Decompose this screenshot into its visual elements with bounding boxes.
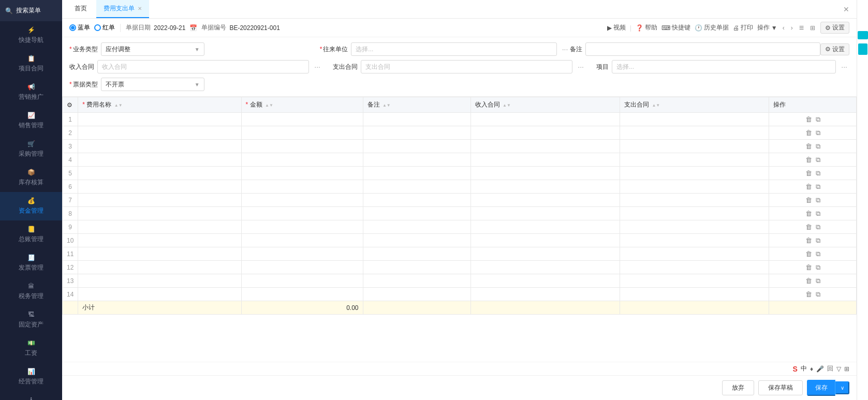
business-type-input[interactable]: 应付调整 ▼ [101, 42, 204, 56]
tab-expense-close[interactable]: ✕ [138, 6, 142, 11]
project-more[interactable]: ··· [839, 63, 849, 71]
row-amount[interactable] [241, 274, 363, 288]
delete-icon[interactable]: 🗑 [805, 290, 812, 298]
delete-icon[interactable]: 🗑 [805, 129, 812, 137]
delete-icon[interactable]: 🗑 [805, 196, 812, 204]
row-amount[interactable] [241, 247, 363, 261]
save-dropdown-button[interactable]: ∨ [835, 381, 849, 394]
window-close-btn[interactable]: ✕ [841, 4, 851, 14]
row-expense-contract[interactable] [620, 167, 769, 180]
copy-icon[interactable]: ⧉ [816, 183, 820, 190]
row-amount[interactable] [241, 220, 363, 234]
sidebar-item-sales[interactable]: 📈 销售管理 [0, 107, 62, 135]
project-input[interactable]: 选择... [612, 60, 836, 73]
partner-more-btn[interactable]: ··· [560, 45, 570, 53]
print-action[interactable]: 🖨 打印 [733, 23, 753, 32]
invoice-type-input[interactable]: 不开票 ▼ [101, 78, 204, 91]
row-expense-contract[interactable] [620, 261, 769, 274]
row-income-contract[interactable] [470, 167, 620, 180]
video-action[interactable]: ▶ 视频 [607, 23, 626, 32]
row-expense-contract[interactable] [620, 234, 769, 247]
th-expense-name[interactable]: * 费用名称 ▲▼ [78, 97, 241, 113]
row-expense-contract[interactable] [620, 113, 769, 126]
row-expense-contract[interactable] [620, 140, 769, 153]
row-expense-name[interactable] [78, 274, 241, 288]
delete-icon[interactable]: 🗑 [805, 236, 812, 244]
grid-view-icon[interactable]: ⊞ [810, 24, 815, 32]
row-remark[interactable] [363, 288, 470, 301]
row-expense-contract[interactable] [620, 194, 769, 207]
settings-button[interactable]: ⚙ 设置 [820, 22, 849, 34]
brand-diamond[interactable]: ♦ [810, 365, 813, 373]
copy-icon[interactable]: ⧉ [816, 156, 820, 164]
sidebar-item-marketing[interactable]: 📢 营销推广 [0, 78, 62, 107]
row-expense-contract[interactable] [620, 247, 769, 261]
sidebar-item-inventory[interactable]: 📦 库存核算 [0, 164, 62, 192]
nav-prev-icon[interactable]: ‹ [783, 24, 785, 32]
sidebar-item-purchase[interactable]: 🛒 采购管理 [0, 135, 62, 164]
brand-down[interactable]: ▽ [836, 365, 841, 373]
row-expense-contract[interactable] [620, 274, 769, 288]
copy-icon[interactable]: ⧉ [816, 129, 820, 137]
sidebar-item-payroll[interactable]: 💵 工资 [0, 334, 62, 363]
th-income-contract[interactable]: 收入合同 ▲▼ [470, 97, 620, 113]
partner-input[interactable]: 选择... [351, 42, 556, 56]
save-button[interactable]: 保存 [807, 380, 835, 396]
row-remark[interactable] [363, 207, 470, 220]
row-amount[interactable] [241, 288, 363, 301]
copy-icon[interactable]: ⧉ [816, 263, 820, 271]
copy-icon[interactable]: ⧉ [816, 236, 820, 244]
row-expense-name[interactable] [78, 234, 241, 247]
delete-icon[interactable]: 🗑 [805, 250, 812, 258]
save-draft-button[interactable]: 保存草稿 [758, 380, 803, 395]
operations-action[interactable]: 操作 ▼ [757, 23, 777, 32]
row-expense-name[interactable] [78, 220, 241, 234]
copy-icon[interactable]: ⧉ [816, 210, 820, 217]
right-tab-attach[interactable]: 附件 [858, 31, 868, 39]
row-income-contract[interactable] [470, 274, 620, 288]
sidebar-item-fund[interactable]: 💰 资金管理 [0, 192, 62, 220]
expense-contract-input[interactable]: 支出合同 [361, 60, 572, 73]
history-action[interactable]: 🕐 历史单据 [695, 23, 729, 32]
delete-icon[interactable]: 🗑 [805, 169, 812, 177]
delete-icon[interactable]: 🗑 [805, 115, 812, 123]
copy-icon[interactable]: ⧉ [816, 277, 820, 285]
row-expense-contract[interactable] [620, 180, 769, 194]
sidebar-item-project-contract[interactable]: 📋 项目合同 [0, 50, 62, 78]
radio-red[interactable]: 红单 [94, 23, 115, 32]
row-amount[interactable] [241, 207, 363, 220]
sidebar-item-fixed-assets[interactable]: 🏗 固定资产 [0, 306, 62, 334]
copy-icon[interactable]: ⧉ [816, 142, 820, 150]
delete-icon[interactable]: 🗑 [805, 183, 812, 190]
row-expense-name[interactable] [78, 194, 241, 207]
brand-mic[interactable]: 🎤 [816, 365, 824, 373]
row-income-contract[interactable] [470, 126, 620, 140]
row-amount[interactable] [241, 234, 363, 247]
row-expense-contract[interactable] [620, 220, 769, 234]
delete-icon[interactable]: 🗑 [805, 223, 812, 231]
help-action[interactable]: ❓ 帮助 [636, 23, 657, 32]
row-amount[interactable] [241, 126, 363, 140]
copy-icon[interactable]: ⧉ [816, 223, 820, 231]
sort-icons-remark[interactable]: ▲▼ [382, 103, 391, 108]
row-income-contract[interactable] [470, 194, 620, 207]
row-amount[interactable] [241, 153, 363, 167]
delete-icon[interactable]: 🗑 [805, 277, 812, 285]
row-expense-name[interactable] [78, 167, 241, 180]
radio-blue[interactable]: 蓝单 [69, 23, 90, 32]
row-remark[interactable] [363, 261, 470, 274]
row-income-contract[interactable] [470, 180, 620, 194]
row-amount[interactable] [241, 140, 363, 153]
row-income-contract[interactable] [470, 288, 620, 301]
calendar-icon[interactable]: 📅 [189, 24, 197, 32]
right-tab-green[interactable] [858, 43, 867, 55]
income-contract-input[interactable]: 收入合同 [97, 60, 309, 73]
row-income-contract[interactable] [470, 207, 620, 220]
row-expense-name[interactable] [78, 113, 241, 126]
row-income-contract[interactable] [470, 261, 620, 274]
row-remark[interactable] [363, 274, 470, 288]
row-income-contract[interactable] [470, 247, 620, 261]
copy-icon[interactable]: ⧉ [816, 290, 820, 298]
row-expense-contract[interactable] [620, 126, 769, 140]
row-income-contract[interactable] [470, 140, 620, 153]
